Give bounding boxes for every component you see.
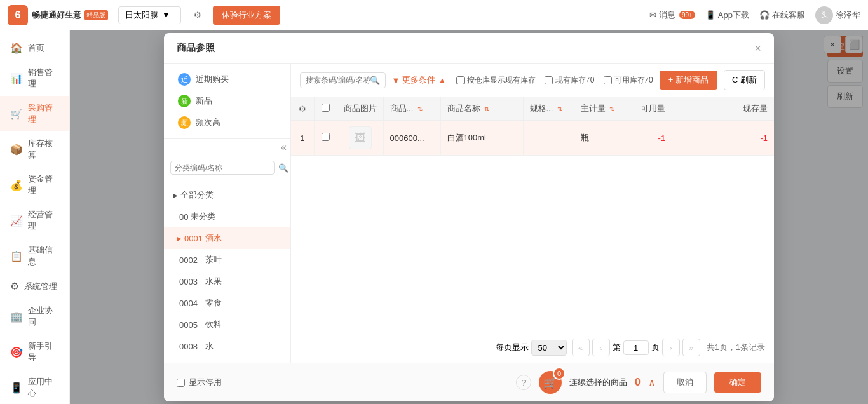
sort-name-icon: ⇅ — [484, 105, 489, 112]
product-table: ⚙ 商品图片 商品... — [291, 97, 774, 156]
sidebar-item-apps[interactable]: 📱 应用中心 — [0, 370, 69, 404]
cancel-button[interactable]: 取消 — [663, 372, 707, 393]
modal-body: 近 近期购买 新 新品 频 频次高 — [164, 64, 774, 363]
cat-item-appliance[interactable]: 0010 家电 — [164, 357, 290, 363]
experience-button[interactable]: 体验行业方案 — [213, 6, 280, 25]
app-download-button[interactable]: 📱 App下载 — [705, 10, 749, 21]
add-product-button[interactable]: + 新增商品 — [660, 71, 717, 90]
cat-code-water: 0008 — [179, 342, 198, 351]
sidebar-item-home[interactable]: 🏠 首页 — [0, 36, 69, 60]
cat-item-fruit[interactable]: 0003 水果 — [164, 271, 290, 292]
row-stock-cell: -1 — [672, 121, 774, 156]
warehouse-stock-label: 按仓库显示现有库存 — [467, 75, 536, 86]
more-filter-button[interactable]: ▼ 更多条件 ▲ — [392, 74, 447, 86]
avail-nonzero-checkbox[interactable]: 可用库存≠0 — [604, 75, 653, 86]
quick-label-recent: 近期购买 — [196, 74, 229, 85]
store-dropdown[interactable]: 日太阳膜 ▼ — [118, 6, 181, 24]
avail-nonzero-input[interactable] — [604, 76, 612, 84]
quick-item-recent[interactable]: 近 近期购买 — [172, 69, 283, 90]
cat-label-all: 全部分类 — [180, 189, 214, 201]
cat-item-snack[interactable]: 0004 零食 — [164, 292, 290, 314]
message-badge: 99+ — [679, 11, 695, 19]
cat-item-liquor[interactable]: ▶ 0001 酒水 — [164, 227, 290, 249]
quick-label-new: 新品 — [196, 95, 212, 107]
settings-gear-icon[interactable]: ⚙ — [187, 5, 208, 25]
first-page-button[interactable]: « — [572, 339, 590, 356]
search-icon[interactable]: 🔍 — [370, 76, 380, 85]
product-reference-modal: 商品参照 × 近 近期购买 新 — [164, 33, 774, 401]
sidebar-item-system[interactable]: ⚙ 系统管理 — [0, 274, 69, 299]
modal-close-button[interactable]: × — [754, 43, 761, 54]
next-page-button[interactable]: › — [662, 339, 680, 356]
message-button[interactable]: ✉ 消息 99+ — [649, 10, 695, 21]
col-image-label: 商品图片 — [344, 104, 377, 113]
collapse-cart-icon[interactable]: ∧ — [648, 377, 656, 389]
sidebar-label-basic-info: 基础信息 — [28, 245, 59, 267]
product-search-input[interactable] — [306, 76, 370, 84]
selected-count: 0 — [635, 377, 641, 388]
cat-item-drink[interactable]: 0005 饮料 — [164, 314, 290, 335]
confirm-button[interactable]: 确定 — [714, 372, 761, 393]
col-unit[interactable]: 主计量 ⇅ — [574, 97, 621, 121]
select-all-checkbox[interactable] — [322, 104, 330, 112]
help-icon[interactable]: ? — [516, 375, 531, 390]
stock-nonzero-input[interactable] — [545, 76, 553, 84]
refresh-button[interactable]: C 刷新 — [724, 70, 765, 90]
page-size-select[interactable]: 50 10 20 100 — [531, 340, 567, 356]
page-unit: 页 — [651, 342, 660, 353]
sidebar-item-inventory[interactable]: 📦 库存核算 — [0, 131, 69, 167]
prev-page-button[interactable]: ‹ — [592, 339, 610, 356]
table-row[interactable]: 1 🖼 000600... — [291, 121, 774, 156]
col-name[interactable]: 商品名称 ⇅ — [440, 97, 523, 121]
logo-text: 畅捷通好生意 — [32, 10, 81, 21]
cat-code-drink: 0005 — [179, 320, 198, 330]
sidebar-item-operations[interactable]: 📈 经营管理 — [0, 203, 69, 238]
online-service-button[interactable]: 🎧 在线客服 — [759, 10, 805, 21]
stock-nonzero-label: 现有库存≠0 — [555, 75, 594, 86]
row-checkbox[interactable] — [322, 133, 330, 141]
modal-right-panel: 🔍 ▼ 更多条件 ▲ 按仓库显示现有库存 — [291, 64, 774, 363]
cat-item-tea[interactable]: 0002 茶叶 — [164, 249, 290, 271]
col-spec[interactable]: 规格... ⇅ — [523, 97, 574, 121]
filter-icon: ▼ — [392, 76, 400, 85]
display-disabled-option[interactable]: 显示停用 — [177, 377, 222, 388]
quick-item-new[interactable]: 新 新品 — [172, 90, 283, 112]
logo-area: 6 畅捷通好生意 精品版 — [8, 5, 108, 25]
user-area[interactable]: 头 徐泽华 — [815, 6, 860, 24]
category-search-icon[interactable]: 🔍 — [278, 163, 288, 173]
username: 徐泽华 — [836, 10, 860, 21]
cat-item-uncategorized[interactable]: 00 未分类 — [164, 206, 290, 227]
message-label: 消息 — [659, 10, 675, 21]
sidebar-item-sales[interactable]: 📊 销售管理 — [0, 60, 69, 96]
row-name-cell: 白酒100ml — [440, 121, 523, 156]
collapse-left-icon[interactable]: « — [281, 142, 287, 152]
cart-button[interactable]: 🛒 0 — [539, 371, 562, 394]
cat-item-water[interactable]: 0008 水 — [164, 335, 290, 357]
col-settings[interactable]: ⚙ — [291, 97, 314, 121]
sidebar-item-enterprise[interactable]: 🏢 企业协同 — [0, 299, 69, 334]
sidebar-label-purchase: 采购管理 — [28, 102, 59, 125]
row-checkbox-cell[interactable] — [314, 121, 337, 156]
sidebar-label-home: 首页 — [28, 43, 44, 54]
sidebar-item-purchase[interactable]: 🛒 采购管理 — [0, 96, 69, 131]
warehouse-stock-input[interactable] — [456, 76, 465, 84]
sidebar-item-finance[interactable]: 💰 资金管理 — [0, 167, 69, 203]
quick-nav-section: 近 近期购买 新 新品 频 频次高 — [164, 64, 290, 139]
cat-name-liquor: 酒水 — [205, 232, 222, 244]
page-number-input[interactable] — [623, 340, 649, 355]
app-download-icon: 📱 — [705, 10, 715, 20]
search-input-wrapper: 🔍 — [300, 72, 386, 88]
stock-nonzero-checkbox[interactable]: 现有库存≠0 — [545, 75, 594, 86]
col-code[interactable]: 商品... ⇅ — [383, 97, 440, 121]
category-search-input[interactable] — [170, 161, 275, 175]
cat-item-all[interactable]: ▶ 全部分类 — [164, 184, 290, 206]
basic-info-icon: 📋 — [10, 250, 23, 262]
display-disabled-checkbox[interactable] — [177, 379, 185, 387]
last-page-button[interactable]: » — [682, 339, 700, 356]
sidebar-item-guide[interactable]: 🎯 新手引导 — [0, 334, 69, 370]
sidebar-item-basic-info[interactable]: 📋 基础信息 — [0, 238, 69, 274]
collapse-left-panel[interactable]: « — [164, 139, 290, 156]
page-size-label: 每页显示 — [496, 342, 529, 353]
warehouse-stock-checkbox[interactable]: 按仓库显示现有库存 — [456, 75, 536, 86]
quick-item-frequent[interactable]: 频 频次高 — [172, 112, 283, 133]
